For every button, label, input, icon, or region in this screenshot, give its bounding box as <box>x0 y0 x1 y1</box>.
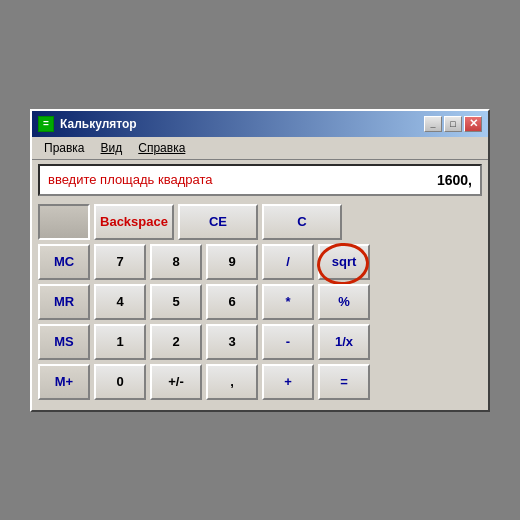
menu-item-vid[interactable]: Вид <box>93 139 131 157</box>
display-area: введите площадь квадрата 1600, <box>38 164 482 196</box>
sqrt-button[interactable]: sqrt <box>318 244 370 280</box>
app-icon <box>38 116 54 132</box>
plusminus-button[interactable]: +/- <box>150 364 202 400</box>
menu-item-pravka[interactable]: Правка <box>36 139 93 157</box>
display-value: 1600, <box>412 172 472 188</box>
nine-button[interactable]: 9 <box>206 244 258 280</box>
ms-button[interactable]: MS <box>38 324 90 360</box>
maximize-button[interactable]: □ <box>444 116 462 132</box>
mplus-button[interactable]: M+ <box>38 364 90 400</box>
menu-bar: Правка Вид Справка <box>32 137 488 160</box>
mc-button[interactable]: MC <box>38 244 90 280</box>
c-button[interactable]: C <box>262 204 342 240</box>
display-hint: введите площадь квадрата <box>48 172 212 187</box>
memory-display <box>38 204 90 240</box>
three-button[interactable]: 3 <box>206 324 258 360</box>
five-button[interactable]: 5 <box>150 284 202 320</box>
button-row-2: MR 4 5 6 * % <box>38 284 482 320</box>
percent-button[interactable]: % <box>318 284 370 320</box>
buttons-area: Backspace CE C MC 7 8 9 / sqrt MR 4 5 6 … <box>32 200 488 410</box>
button-row-1: MC 7 8 9 / sqrt <box>38 244 482 280</box>
title-buttons: _ □ ✕ <box>424 116 482 132</box>
two-button[interactable]: 2 <box>150 324 202 360</box>
menu-item-spravka[interactable]: Справка <box>130 139 193 157</box>
minimize-button[interactable]: _ <box>424 116 442 132</box>
equals-button[interactable]: = <box>318 364 370 400</box>
seven-button[interactable]: 7 <box>94 244 146 280</box>
title-bar-left: Калькулятор <box>38 116 137 132</box>
divide-button[interactable]: / <box>262 244 314 280</box>
title-bar: Калькулятор _ □ ✕ <box>32 111 488 137</box>
four-button[interactable]: 4 <box>94 284 146 320</box>
add-button[interactable]: + <box>262 364 314 400</box>
subtract-button[interactable]: - <box>262 324 314 360</box>
button-row-4: M+ 0 +/- , + = <box>38 364 482 400</box>
calculator-window: Калькулятор _ □ ✕ Правка Вид Справка вве… <box>30 109 490 412</box>
inverse-button[interactable]: 1/x <box>318 324 370 360</box>
zero-button[interactable]: 0 <box>94 364 146 400</box>
eight-button[interactable]: 8 <box>150 244 202 280</box>
backspace-button[interactable]: Backspace <box>94 204 174 240</box>
button-row-0: Backspace CE C <box>38 204 482 240</box>
ce-button[interactable]: CE <box>178 204 258 240</box>
close-button[interactable]: ✕ <box>464 116 482 132</box>
multiply-button[interactable]: * <box>262 284 314 320</box>
one-button[interactable]: 1 <box>94 324 146 360</box>
dot-button[interactable]: , <box>206 364 258 400</box>
window-title: Калькулятор <box>60 117 137 131</box>
button-row-3: MS 1 2 3 - 1/x <box>38 324 482 360</box>
mr-button[interactable]: MR <box>38 284 90 320</box>
six-button[interactable]: 6 <box>206 284 258 320</box>
